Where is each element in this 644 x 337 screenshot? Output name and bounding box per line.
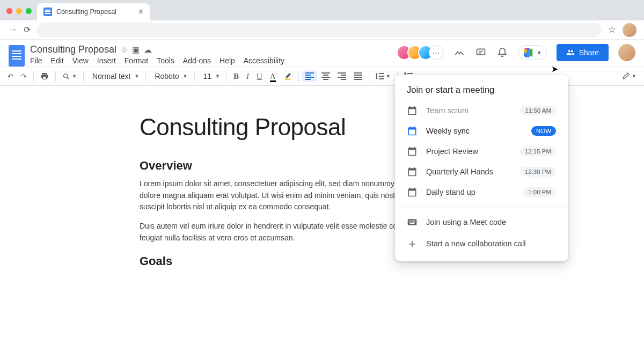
browser-tab-strip: Consulting Proposal × [0, 0, 644, 20]
font-family-selector[interactable]: Roboto▼ [149, 70, 191, 83]
meeting-time: 12:15 PM [520, 146, 556, 156]
menu-tools[interactable]: Tools [157, 56, 174, 65]
meeting-item[interactable]: Weekly sync NOW [395, 121, 568, 141]
bookmark-star-icon[interactable]: ☆ [608, 24, 616, 35]
browser-toolbar: → ⟳ ☆ [0, 20, 644, 40]
meeting-name: Quarterly All Hands [426, 167, 511, 176]
undo-button[interactable]: ↶ [4, 70, 17, 83]
address-bar[interactable] [37, 23, 602, 38]
menu-edit[interactable]: Edit [51, 56, 64, 65]
svg-rect-13 [338, 77, 346, 78]
meeting-time-now-badge: NOW [531, 126, 556, 136]
join-with-code-button[interactable]: Join using a Meet code [395, 211, 568, 233]
meet-popover: Join or start a meeting Team scrum 11:50… [395, 75, 568, 261]
menu-help[interactable]: Help [219, 56, 235, 65]
meeting-item[interactable]: Quarterly All Hands 12:30 PM [395, 162, 568, 182]
menu-addons[interactable]: Add-ons [183, 56, 211, 65]
move-to-folder-icon[interactable]: ▣ [132, 45, 140, 55]
font-size-selector[interactable]: 11▼ [198, 70, 224, 83]
forward-icon[interactable]: → [8, 24, 17, 35]
zoom-button[interactable]: ▼ [59, 70, 80, 83]
activity-icon[interactable] [453, 47, 465, 58]
bold-button[interactable]: B [230, 70, 242, 83]
collaborator-avatars[interactable]: ⋯ [397, 45, 444, 60]
share-button[interactable]: Share [557, 44, 609, 61]
redo-button[interactable]: ↷ [18, 70, 30, 83]
meeting-time: 11:50 AM [520, 106, 556, 115]
docs-logo-icon[interactable] [9, 45, 25, 67]
docs-favicon-icon [43, 8, 52, 16]
close-tab-icon[interactable]: × [138, 7, 143, 17]
meeting-time: 12:30 PM [520, 167, 556, 177]
close-window-icon[interactable] [6, 8, 12, 14]
svg-rect-14 [341, 79, 346, 80]
start-new-call-button[interactable]: ＋ Start a new collaboration call [395, 233, 568, 254]
align-center-button[interactable] [318, 70, 333, 82]
svg-rect-7 [321, 72, 330, 74]
svg-rect-10 [323, 79, 328, 80]
calendar-icon [407, 187, 418, 197]
meeting-item[interactable]: Team scrum 11:50 AM [395, 100, 568, 121]
google-meet-icon [523, 48, 535, 57]
underline-button[interactable]: U [253, 70, 266, 83]
italic-button[interactable]: I [243, 70, 252, 83]
people-icon [566, 48, 575, 57]
line-spacing-button[interactable]: ▼ [372, 70, 394, 82]
editing-mode-button[interactable]: ▼ [618, 70, 640, 83]
svg-rect-18 [354, 79, 362, 80]
svg-rect-2 [284, 79, 290, 80]
notifications-icon[interactable] [496, 47, 508, 58]
svg-rect-17 [354, 77, 362, 78]
meeting-name: Team scrum [426, 106, 511, 115]
svg-rect-0 [477, 49, 485, 55]
align-justify-button[interactable] [350, 70, 365, 82]
share-button-label: Share [579, 48, 599, 57]
meeting-item[interactable]: Project Review 12:15 PM [395, 141, 568, 162]
svg-rect-6 [305, 79, 311, 80]
menu-bar: File Edit View Insert Format Tools Add-o… [30, 56, 284, 65]
svg-rect-8 [323, 75, 328, 76]
cloud-status-icon[interactable]: ☁ [144, 45, 152, 55]
comments-icon[interactable] [475, 47, 487, 58]
svg-rect-21 [379, 78, 384, 79]
meeting-item[interactable]: Daily stand up 1:00 PM [395, 182, 568, 202]
print-button[interactable] [37, 70, 52, 83]
popover-title: Join or start a meeting [395, 85, 568, 100]
reload-icon[interactable]: ⟳ [24, 25, 31, 35]
action-label: Start a new collaboration call [426, 239, 525, 248]
star-document-icon[interactable]: ☆ [121, 45, 128, 55]
more-collaborators-icon[interactable]: ⋯ [429, 45, 444, 60]
account-avatar[interactable] [618, 44, 635, 61]
action-label: Join using a Meet code [426, 218, 506, 226]
svg-rect-20 [379, 76, 384, 77]
svg-rect-15 [354, 72, 362, 74]
docs-titlebar: Consulting Proposal ☆ ▣ ☁ File Edit View… [0, 40, 644, 67]
menu-view[interactable]: View [72, 56, 89, 65]
menu-format[interactable]: Format [125, 56, 148, 65]
document-title[interactable]: Consulting Proposal [30, 44, 116, 55]
menu-file[interactable]: File [30, 56, 42, 65]
window-controls[interactable] [6, 8, 32, 14]
svg-point-22 [404, 72, 406, 75]
fullscreen-window-icon[interactable] [26, 8, 32, 14]
minimize-window-icon[interactable] [16, 8, 22, 14]
paragraph-style-selector[interactable]: Normal text▼ [87, 70, 143, 83]
caret-down-icon: ▼ [537, 50, 542, 56]
meet-dropdown-button[interactable]: ▼ [518, 45, 547, 60]
align-left-button[interactable] [302, 70, 317, 82]
browser-profile-avatar[interactable] [623, 23, 636, 37]
meeting-time: 1:00 PM [523, 187, 556, 197]
menu-insert[interactable]: Insert [97, 56, 116, 65]
menu-accessibility[interactable]: Accessibility [244, 56, 284, 65]
calendar-icon [407, 105, 418, 116]
calendar-icon [407, 166, 418, 177]
svg-point-1 [64, 74, 68, 78]
meeting-name: Daily stand up [426, 188, 515, 196]
align-right-button[interactable] [334, 70, 349, 82]
svg-rect-12 [341, 75, 346, 76]
browser-tab[interactable]: Consulting Proposal × [37, 3, 150, 20]
highlight-color-button[interactable] [280, 70, 295, 83]
tab-title: Consulting Proposal [56, 8, 116, 16]
text-color-button[interactable]: A [267, 70, 279, 83]
svg-rect-9 [321, 77, 330, 78]
